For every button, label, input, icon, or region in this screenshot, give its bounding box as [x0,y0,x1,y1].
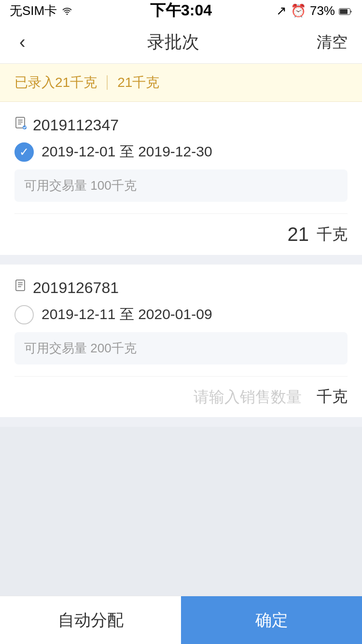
batch-date-row-2: 2019-12-11 至 2020-01-09 [14,305,348,324]
wifi-icon [62,3,72,18]
confirm-button[interactable]: 确定 [181,596,362,644]
section-divider-2 [0,417,362,427]
check-icon-1: ✓ [19,145,29,159]
nav-bar: ‹ 录批次 清空 [0,21,362,64]
batch-quantity-row-1: 21 千克 [14,213,348,255]
svg-rect-7 [16,280,25,291]
alarm-icon: ⏰ [291,3,306,18]
auto-distribute-button[interactable]: 自动分配 [0,596,181,644]
quantity-unit-1: 千克 [317,224,348,245]
quantity-input-2[interactable] [14,388,309,406]
doc-icon-1 [14,117,28,134]
batch-card-1: 2019112347 ✓ 2019-12-01 至 2019-12-30 可用交… [0,102,362,255]
carrier-text: 无SIM卡 [10,2,57,19]
svg-rect-5 [18,124,21,125]
batch-available-1: 可用交易量 100千克 [14,169,348,202]
batch-id-2: 2019126781 [33,279,119,297]
batch-id-1: 2019112347 [33,116,119,134]
batch-header-1: 2019112347 [14,116,348,134]
quantity-value-1: 21 [288,224,309,245]
section-divider-1 [0,255,362,265]
batch-date-2: 2019-12-11 至 2020-01-09 [42,305,212,324]
battery-text: 73% [310,3,335,18]
svg-rect-9 [18,284,23,285]
radio-1[interactable]: ✓ [14,142,34,162]
batch-date-1: 2019-12-01 至 2019-12-30 [42,142,212,162]
total-amount: 21千克 [117,73,159,92]
recorded-amount: 已录入21千克 [14,73,97,92]
batch-date-row-1: ✓ 2019-12-01 至 2019-12-30 [14,142,348,162]
svg-rect-10 [18,286,21,287]
clear-button[interactable]: 清空 [317,32,348,53]
status-left: 无SIM卡 [10,2,72,19]
batch-input-row-2[interactable]: 千克 [14,376,348,417]
svg-rect-4 [18,122,23,123]
back-button[interactable]: ‹ [14,27,30,57]
svg-rect-8 [18,282,23,283]
available-text-1: 可用交易量 100千克 [24,178,137,193]
quantity-unit-2: 千克 [317,386,348,407]
battery-icon [339,3,352,18]
status-right: ↗ ⏰ 73% [276,3,352,18]
radio-2[interactable] [14,305,34,324]
main-content: 已录入21千克 21千克 2019112347 ✓ 2019-12 [0,64,362,644]
page-title: 录批次 [147,30,199,54]
info-banner: 已录入21千克 21千克 [0,64,362,102]
location-icon: ↗ [276,3,287,18]
svg-rect-3 [18,120,23,121]
batch-card-2: 2019126781 2019-12-11 至 2020-01-09 可用交易量… [0,265,362,417]
bottom-bar: 自动分配 确定 [0,596,362,644]
svg-rect-1 [340,9,348,14]
status-bar: 无SIM卡 下午3:04 ↗ ⏰ 73% [0,0,362,21]
banner-divider [107,75,108,90]
batch-available-2: 可用交易量 200千克 [14,332,348,364]
batch-header-2: 2019126781 [14,279,348,297]
available-text-2: 可用交易量 200千克 [24,341,137,355]
doc-icon-2 [14,280,28,296]
status-time: 下午3:04 [150,0,212,21]
